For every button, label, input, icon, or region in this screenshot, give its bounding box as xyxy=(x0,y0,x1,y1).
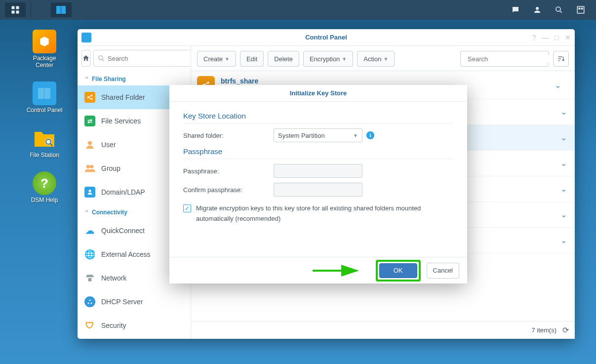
taskbar-app-control-panel[interactable] xyxy=(51,2,72,17)
desktop-icon-label: PackageCenter xyxy=(33,55,56,69)
desktop-icon-label: DSM Help xyxy=(31,197,58,203)
svg-point-17 xyxy=(99,56,103,60)
edit-button[interactable]: Edit xyxy=(240,51,264,67)
svg-rect-11 xyxy=(581,8,583,10)
section-passphrase: Passphrase xyxy=(183,147,453,159)
toolbar-search-input[interactable] xyxy=(468,55,551,63)
svg-rect-9 xyxy=(577,6,584,13)
migrate-checkbox[interactable]: ✓ xyxy=(183,204,191,212)
shared-folder-select[interactable]: System Partition▼ xyxy=(274,128,362,142)
initialize-key-store-modal: Initialize Key Store Key Store Location … xyxy=(169,85,467,283)
help-icon[interactable]: ? xyxy=(532,34,536,41)
svg-line-39 xyxy=(204,83,207,84)
modal-title: Initialize Key Store xyxy=(169,85,467,102)
svg-point-30 xyxy=(88,303,89,304)
close-icon[interactable]: ✕ xyxy=(565,34,571,41)
confirm-passphrase-input[interactable] xyxy=(274,183,362,197)
svg-point-31 xyxy=(91,303,92,304)
delete-button[interactable]: Delete xyxy=(268,51,299,67)
action-button[interactable]: Action▼ xyxy=(357,51,395,67)
svg-line-18 xyxy=(102,59,104,61)
svg-rect-10 xyxy=(579,8,581,10)
svg-point-7 xyxy=(556,7,560,11)
sidebar-search-input[interactable] xyxy=(108,55,191,62)
svg-rect-12 xyxy=(38,88,44,99)
item-count: 7 item(s) xyxy=(531,326,556,334)
svg-point-25 xyxy=(86,165,90,168)
cancel-button[interactable]: Cancel xyxy=(427,263,459,279)
desktop-icon-label: File Station xyxy=(30,152,59,159)
passphrase-input[interactable] xyxy=(274,164,362,178)
window-app-icon xyxy=(81,33,91,42)
window-title: Control Panel xyxy=(305,34,347,41)
widgets-icon[interactable] xyxy=(570,2,591,17)
svg-rect-2 xyxy=(12,11,15,14)
desktop-icons: PackageCenter Control Panel File Station… xyxy=(20,30,69,216)
sidebar-group-file-sharing[interactable]: ⌃File Sharing xyxy=(78,71,191,85)
svg-rect-4 xyxy=(56,6,61,14)
info-icon[interactable]: i xyxy=(366,131,374,139)
svg-point-24 xyxy=(88,141,92,145)
main-menu-button[interactable] xyxy=(5,2,26,17)
window-titlebar[interactable]: Control Panel ? — □ ✕ xyxy=(78,29,575,46)
svg-point-29 xyxy=(89,300,91,301)
section-key-store-location: Key Store Location xyxy=(183,112,453,123)
create-button[interactable]: Create▼ xyxy=(197,51,236,67)
chevron-down-icon[interactable]: ⌄ xyxy=(553,210,575,219)
svg-rect-1 xyxy=(16,6,19,9)
svg-point-37 xyxy=(207,81,209,84)
svg-point-26 xyxy=(90,165,93,168)
minimize-icon[interactable]: — xyxy=(542,34,549,41)
sort-button[interactable] xyxy=(553,51,569,67)
home-button[interactable] xyxy=(81,50,90,67)
svg-line-22 xyxy=(89,96,91,97)
svg-rect-0 xyxy=(12,6,15,9)
toolbar-search[interactable] xyxy=(460,51,549,67)
svg-line-8 xyxy=(560,11,562,13)
sidebar-search[interactable] xyxy=(93,50,191,67)
user-icon[interactable] xyxy=(527,2,548,17)
sidebar-item-dhcp-server[interactable]: DHCP Server xyxy=(78,290,191,314)
chevron-down-icon[interactable]: ⌄ xyxy=(547,81,569,90)
refresh-icon[interactable]: ⟳ xyxy=(562,325,569,335)
annotation-arrow xyxy=(313,265,362,277)
svg-line-23 xyxy=(89,98,91,99)
confirm-passphrase-label: Confirm passphrase: xyxy=(183,186,270,194)
desktop-icon-file-station[interactable]: File Station xyxy=(20,126,69,159)
row-name: btrfs_share xyxy=(221,77,541,85)
desktop-icon-package-center[interactable]: PackageCenter xyxy=(20,30,69,69)
chevron-down-icon[interactable]: ⌄ xyxy=(553,107,575,117)
desktop-icon-control-panel[interactable]: Control Panel xyxy=(20,81,69,114)
passphrase-label: Passphrase: xyxy=(183,167,270,175)
taskbar xyxy=(0,0,596,20)
svg-rect-13 xyxy=(44,88,50,99)
migrate-label: Migrate encryption keys to this key stor… xyxy=(196,203,453,224)
svg-point-27 xyxy=(89,190,91,192)
toolbar: Create▼ Edit Delete Encryption▼ Action▼ xyxy=(191,46,575,71)
shared-folder-label: Shared folder: xyxy=(183,132,270,139)
maximize-icon[interactable]: □ xyxy=(555,34,559,41)
chevron-down-icon[interactable]: ⌄ xyxy=(553,133,575,142)
svg-rect-5 xyxy=(61,6,66,14)
chevron-down-icon[interactable]: ⌄ xyxy=(553,184,575,194)
chat-icon[interactable] xyxy=(505,2,526,17)
chevron-down-icon[interactable]: ⌄ xyxy=(553,159,575,168)
svg-rect-3 xyxy=(16,11,19,14)
encryption-button[interactable]: Encryption▼ xyxy=(303,51,353,67)
desktop-icon-label: Control Panel xyxy=(27,107,63,114)
desktop-icon-dsm-help[interactable]: ? DSM Help xyxy=(20,171,69,203)
sidebar-item-security[interactable]: 🛡Security xyxy=(78,314,191,337)
ok-highlight: OK xyxy=(376,260,421,282)
chevron-down-icon[interactable]: ⌄ xyxy=(553,236,575,245)
svg-rect-28 xyxy=(88,278,92,282)
search-icon[interactable] xyxy=(549,2,569,17)
svg-point-6 xyxy=(536,7,539,10)
ok-button[interactable]: OK xyxy=(379,263,417,278)
status-bar: 7 item(s) ⟳ xyxy=(191,321,575,339)
